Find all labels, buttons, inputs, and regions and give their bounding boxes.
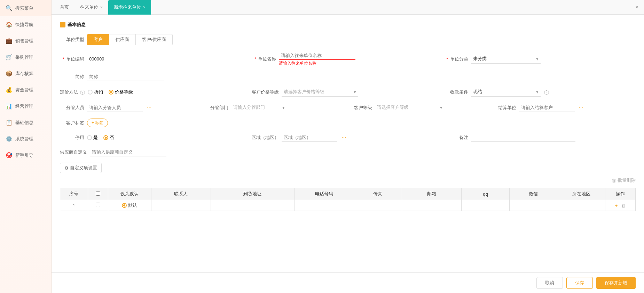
row-checkbox[interactable]	[96, 203, 100, 207]
supplier-custom-input[interactable]	[90, 148, 166, 156]
sidebar-item-quick-nav[interactable]: 🏠 快捷导航	[0, 16, 51, 33]
settlement-more-btn[interactable]: ···	[578, 105, 585, 111]
pricing-method-label: 定价方法 ?	[60, 89, 85, 95]
default-radio-circle	[122, 203, 127, 208]
radio-disabled-no[interactable]: 否	[103, 135, 114, 141]
unit-name-input[interactable]	[279, 51, 355, 60]
tab-partners[interactable]: 往来单位 ×	[74, 0, 108, 15]
address-input[interactable]	[231, 203, 273, 208]
customer-level-select[interactable]: 请选择客户等级 ▾	[375, 103, 445, 112]
sidebar-item-guide[interactable]: 🎯 新手引导	[0, 147, 51, 163]
sidebar-item-search[interactable]: 🔍 搜索菜单	[0, 0, 51, 16]
unit-category-select[interactable]: 未分类 ▾	[471, 54, 541, 64]
supervisor-more-btn[interactable]: ···	[146, 105, 153, 111]
radio-yes-circle	[87, 135, 92, 140]
sidebar-item-basic-info[interactable]: 📋 基础信息	[0, 114, 51, 131]
delete-row-btn[interactable]: 🗑	[621, 203, 626, 208]
payment-terms-select[interactable]: 现结 ▾	[471, 87, 541, 97]
region-field: 区域（地区） ···	[252, 133, 443, 142]
unit-code-label: * 单位编码	[60, 56, 84, 62]
basic-info-icon: 📋	[6, 119, 13, 126]
chevron-down-icon: ▾	[354, 89, 356, 95]
cell-region	[557, 200, 605, 211]
email-input[interactable]	[418, 203, 446, 208]
supervisor-label: 分管人员	[60, 105, 84, 111]
save-button[interactable]: 保存	[566, 277, 593, 289]
gear-icon: ⚙	[64, 165, 69, 171]
close-tab-new-partner[interactable]: ×	[143, 5, 146, 10]
col-qq: qq	[462, 188, 510, 200]
department-field: 分管部门 请输入分管部门 ▾	[204, 103, 348, 112]
type-btn-supplier[interactable]: 供应商	[109, 34, 136, 45]
add-row-btn[interactable]: +	[615, 203, 618, 208]
home-icon: 🏠	[6, 21, 13, 28]
disabled-label: 停用	[60, 135, 84, 141]
section-title: 基本信息	[60, 22, 636, 28]
sidebar-item-sales[interactable]: 💼 销售管理	[0, 33, 51, 49]
type-btn-customer[interactable]: 客户	[87, 34, 109, 45]
col-contact: 联系人	[151, 188, 211, 200]
cell-no: 1	[60, 200, 88, 211]
region-more-btn[interactable]: ···	[340, 135, 347, 141]
type-btn-both[interactable]: 客户/供应商	[136, 34, 173, 45]
department-label: 分管部门	[204, 105, 228, 111]
unit-code-field: * 单位编码	[60, 55, 252, 63]
payment-help-icon[interactable]: ?	[544, 90, 549, 95]
col-action: 操作	[605, 188, 635, 200]
remark-input[interactable]	[471, 133, 575, 142]
sidebar-item-purchase[interactable]: 🛒 采购管理	[0, 49, 51, 65]
batch-delete-button[interactable]: 🗑 批量删除	[612, 177, 636, 184]
radio-discount[interactable]: 折扣	[88, 89, 103, 95]
sidebar-item-inventory[interactable]: 📦 库存核算	[0, 65, 51, 82]
department-select[interactable]: 请输入分管部门 ▾	[231, 103, 287, 112]
qq-input[interactable]	[475, 203, 496, 208]
tab-home[interactable]: 首页	[54, 0, 74, 15]
phone-input[interactable]	[310, 203, 338, 208]
tab-bar: 首页 往来单位 × 新增往来单位 × ×	[52, 0, 644, 15]
col-default: 设为默认	[108, 188, 151, 200]
select-all-checkbox[interactable]	[96, 191, 100, 196]
sidebar-item-operations[interactable]: 📊 经营管理	[0, 98, 51, 114]
region-label: 区域（地区）	[252, 135, 279, 141]
tab-new-partner[interactable]: 新增往来单位 ×	[108, 0, 151, 15]
payment-terms-label: 收款条件	[444, 89, 468, 95]
col-fax: 传真	[354, 188, 402, 200]
customer-level-label: 客户等级	[348, 105, 372, 111]
finance-icon: 💰	[6, 87, 13, 93]
customer-price-level-select[interactable]: 请选择客户价格等级 ▾	[282, 87, 358, 97]
fax-input[interactable]	[367, 203, 388, 208]
settlement-input[interactable]	[519, 104, 575, 112]
region-input[interactable]	[282, 133, 337, 142]
custom-settings-button[interactable]: ⚙ 自定义项设置	[60, 163, 102, 173]
supervisor-row: 分管人员 ··· 分管部门 请输入分管部门 ▾ 客户等级 请选择客户等级 ▾ 结…	[60, 103, 636, 112]
pricing-help-icon[interactable]: ?	[80, 90, 85, 95]
default-radio[interactable]: 默认	[112, 202, 148, 209]
save-and-new-button[interactable]: 保存并新增	[596, 277, 636, 289]
supplier-custom-label: 供应商自定义	[60, 149, 87, 155]
row-region-input[interactable]	[571, 203, 592, 208]
close-all-tabs-button[interactable]: ×	[633, 4, 641, 10]
chevron-down-icon: ▾	[536, 89, 539, 95]
section-icon	[60, 22, 65, 27]
cancel-button[interactable]: 取消	[536, 277, 563, 289]
contact-input[interactable]	[167, 203, 195, 208]
settlement-label: 结算单位	[492, 105, 516, 111]
sidebar-item-system[interactable]: ⚙️ 系统管理	[0, 131, 51, 147]
sidebar-item-finance[interactable]: 💰 资金管理	[0, 82, 51, 98]
col-phone: 电话号码	[294, 188, 354, 200]
short-name-input[interactable]	[87, 73, 164, 81]
payment-terms-field: 收款条件 现结 ▾ ?	[444, 87, 636, 97]
wechat-input[interactable]	[523, 203, 544, 208]
unit-code-input[interactable]	[87, 55, 150, 63]
unit-category-field: * 单位分类 未分类 ▾	[444, 54, 636, 64]
short-name-field: 简称	[60, 73, 199, 81]
radio-price-level-circle	[109, 90, 113, 95]
supervisor-input[interactable]	[87, 104, 143, 112]
guide-icon: 🎯	[6, 152, 13, 158]
close-tab-partners[interactable]: ×	[100, 5, 103, 10]
radio-price-level[interactable]: 价格等级	[109, 89, 133, 95]
add-tag-button[interactable]: + 标签	[87, 119, 108, 127]
short-name-label: 简称	[60, 74, 84, 80]
radio-disabled-yes[interactable]: 是	[87, 135, 98, 141]
search-icon: 🔍	[6, 5, 13, 11]
